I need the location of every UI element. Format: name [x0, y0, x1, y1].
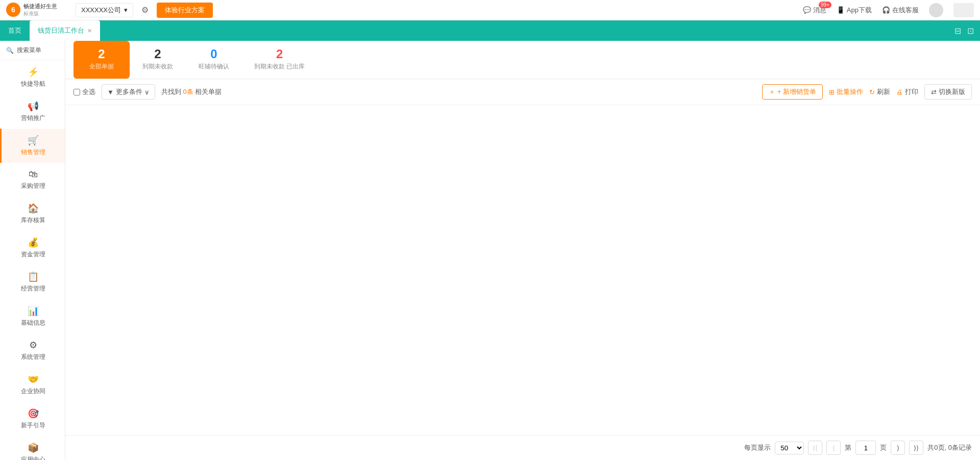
sidebar-item-quick-nav[interactable]: ⚡ 快捷导航	[0, 60, 65, 94]
settings-button[interactable]: ⚙	[137, 3, 153, 18]
tab-close-icon[interactable]: ✕	[87, 28, 92, 34]
found-text: 共找到 0条 相关单据	[161, 87, 222, 96]
pagination: 每页显示 50 100 200 ⟨⟨ ⟨ 第 1 页 ⟩ ⟩⟩ 共0页, 0条记…	[65, 435, 980, 460]
logo-icon: 6	[6, 3, 20, 17]
message-badge: 99+	[819, 2, 831, 8]
stat-overdue-count: 2	[154, 47, 161, 61]
trial-button[interactable]: 体验行业方案	[157, 3, 213, 18]
sidebar-item-marketing[interactable]: 📢 营销推广	[0, 94, 65, 129]
sidebar-item-basic-info[interactable]: 📊 基础信息	[0, 299, 65, 333]
total-records: 共0页, 0条记录	[927, 443, 972, 452]
select-all-checkbox[interactable]: 全选	[74, 87, 95, 96]
sidebar-item-label: 资金管理	[21, 250, 45, 259]
toolbar-right: ＋ + 新增销货单 ⊞ 批量操作 ↻ 刷新 🖨 打印 ⇄ 切换新版	[762, 84, 972, 100]
online-service-button[interactable]: 🎧 在线客服	[882, 6, 919, 15]
add-order-button[interactable]: ＋ + 新增销货单	[762, 84, 823, 100]
found-count: 0条	[183, 88, 193, 95]
select-all-label: 全选	[82, 87, 95, 96]
table-area	[65, 105, 980, 435]
chevron-filter-icon: ∨	[144, 88, 150, 96]
company-selector[interactable]: XXXXXX公司 ▾	[76, 3, 133, 17]
message-button[interactable]: 💬 消息 99+	[803, 6, 826, 15]
operations-icon: 📋	[28, 271, 39, 282]
sidebar-item-finance[interactable]: 💰 资金管理	[0, 231, 65, 265]
finance-icon: 💰	[28, 237, 39, 248]
stat-all-count: 2	[98, 47, 105, 61]
stat-tab-all[interactable]: 2 全部单据	[74, 41, 130, 79]
sidebar-item-sales[interactable]: 🛒 销售管理	[0, 129, 65, 163]
search-icon: 🔍	[6, 47, 14, 54]
more-filter-button[interactable]: ▼ 更多条件 ∨	[102, 84, 155, 100]
logo-area: 6 畅捷通好生意 标准版	[6, 3, 71, 17]
avatar[interactable]	[929, 3, 943, 17]
stat-shipped-count: 2	[276, 47, 283, 61]
sidebar-item-label: 营销推广	[21, 114, 45, 123]
sidebar-item-cooperation[interactable]: 🤝 企业协同	[0, 368, 65, 402]
app-download-label: App下载	[847, 6, 872, 15]
main-content: 2 全部单据 2 到期未收款 0 旺辅待确认 2 到期未收款 已出库 全选	[65, 41, 980, 460]
page-number-input[interactable]: 1	[855, 441, 876, 455]
refresh-icon: ↻	[869, 88, 875, 96]
tab-home-label: 首页	[8, 26, 21, 35]
cooperation-icon: 🤝	[28, 374, 39, 385]
batch-icon: ⊞	[829, 88, 835, 96]
stat-tab-shipped[interactable]: 2 到期未收款 已出库	[242, 41, 317, 79]
per-page-label: 每页显示	[744, 443, 771, 452]
minimize-icon[interactable]: ⊟	[954, 26, 961, 36]
search-menu-button[interactable]: 🔍 搜索菜单	[0, 41, 65, 60]
marketing-icon: 📢	[28, 101, 39, 112]
search-menu-label: 搜索菜单	[17, 46, 41, 55]
batch-operation-button[interactable]: ⊞ 批量操作	[829, 87, 863, 96]
refresh-button[interactable]: ↻ 刷新	[869, 87, 890, 96]
app-download-button[interactable]: 📱 App下载	[837, 6, 872, 15]
expand-icon[interactable]: ⊡	[967, 26, 974, 36]
app-name: 畅捷通好生意	[23, 3, 57, 10]
switch-version-button[interactable]: ⇄ 切换新版	[924, 84, 972, 100]
sidebar-item-inventory[interactable]: 🏠 库存核算	[0, 197, 65, 231]
select-all-input[interactable]	[74, 89, 80, 95]
sidebar-item-label: 采购管理	[21, 182, 45, 190]
per-page-select[interactable]: 50 100 200	[775, 442, 804, 454]
stat-tab-pending[interactable]: 0 旺辅待确认	[186, 41, 242, 79]
toolbar-left: 全选 ▼ 更多条件 ∨ 共找到 0条 相关单据	[74, 84, 228, 100]
add-icon: ＋	[769, 87, 775, 96]
company-name: XXXXXX公司	[81, 6, 121, 15]
sidebar-item-label: 销售管理	[21, 148, 45, 157]
first-page-button[interactable]: ⟨⟨	[808, 441, 822, 455]
user-name[interactable]	[953, 3, 974, 17]
sidebar-item-label: 新手引导	[21, 421, 45, 430]
sidebar-item-label: 经营管理	[21, 284, 45, 293]
app-center-icon: 📦	[28, 442, 39, 453]
next-page-button[interactable]: ⟩	[891, 441, 905, 455]
batch-label: 批量操作	[837, 87, 863, 96]
stat-shipped-label: 到期未收款 已出库	[254, 62, 305, 71]
basic-info-icon: 📊	[28, 305, 39, 317]
tab-home[interactable]: 首页	[0, 20, 30, 41]
sidebar-item-guide[interactable]: 🎯 新手引导	[0, 402, 65, 436]
guide-icon: 🎯	[28, 408, 39, 419]
filter-btn-label: 更多条件	[116, 87, 142, 96]
sidebar-item-label: 快捷导航	[21, 80, 45, 88]
stat-tab-overdue[interactable]: 2 到期未收款	[130, 41, 186, 79]
prev-page-button[interactable]: ⟨	[826, 441, 841, 455]
sales-icon: 🛒	[28, 135, 39, 146]
sidebar-item-label: 基础信息	[21, 319, 45, 327]
refresh-label: 刷新	[877, 87, 890, 96]
quick-nav-icon: ⚡	[28, 66, 39, 78]
header-right: 💬 消息 99+ 📱 App下载 🎧 在线客服	[803, 3, 974, 17]
tab-workbench[interactable]: 钱货日清工作台 ✕	[30, 20, 100, 41]
stat-pending-count: 0	[210, 47, 217, 61]
sidebar-item-operations[interactable]: 📋 经营管理	[0, 265, 65, 299]
sidebar-item-system[interactable]: ⚙ 系统管理	[0, 333, 65, 368]
add-btn-label: + 新增销货单	[777, 87, 816, 96]
layout: 🔍 搜索菜单 ⚡ 快捷导航 📢 营销推广 🛒 销售管理 🛍 采购管理 🏠 库存核…	[0, 41, 980, 460]
nav-tabs-right: ⊟ ⊡	[954, 26, 980, 36]
sidebar-item-purchase[interactable]: 🛍 采购管理	[0, 163, 65, 197]
stat-pending-label: 旺辅待确认	[199, 62, 229, 71]
table-empty-state	[65, 105, 980, 435]
print-icon: 🖨	[896, 88, 903, 96]
inventory-icon: 🏠	[28, 203, 39, 214]
last-page-button[interactable]: ⟩⟩	[909, 441, 923, 455]
print-button[interactable]: 🖨 打印	[896, 87, 918, 96]
sidebar-item-app-center[interactable]: 📦 应用中心	[0, 436, 65, 460]
